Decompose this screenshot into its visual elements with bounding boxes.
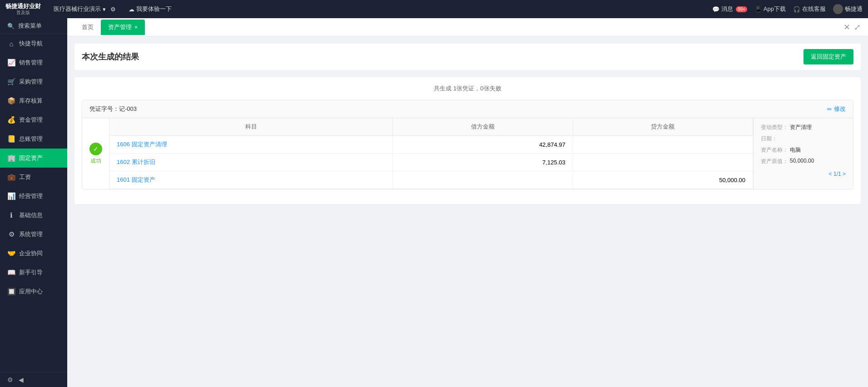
cloud-icon: ☁ — [129, 6, 134, 13]
avatar — [833, 4, 843, 14]
ledger-icon: 📒 — [7, 135, 15, 143]
app-center-icon: 🔲 — [7, 288, 15, 296]
sidebar-item-guide[interactable]: 📖 新手引导 — [0, 263, 67, 282]
table-row: 1606 固定资产清理 42,874.97 — [109, 136, 753, 154]
change-type-value: 资产清理 — [790, 124, 812, 131]
result-panel: 共生成 1张凭证，0张失败 凭证字号：记-003 ✏ 修改 ✓ — [74, 77, 861, 204]
tab-bar: 首页 资产管理 × ✕ ⤢ — [67, 18, 868, 36]
sales-icon: 📈 — [7, 59, 15, 67]
sidebar-item-fixed-assets[interactable]: 🏢 固定资产 — [0, 149, 67, 168]
col-subject: 科目 — [109, 118, 393, 136]
sidebar-label: 基础信息 — [19, 211, 43, 219]
col-debit: 借方金额 — [393, 118, 573, 136]
sidebar-label: 应用中心 — [19, 288, 43, 296]
system-icon: ⚙ — [7, 230, 15, 238]
date-row: 日期： — [761, 135, 846, 143]
logo: 畅捷通好业财 普及版 — [5, 3, 41, 15]
purchase-icon: 🛒 — [7, 78, 15, 86]
sidebar-item-operations[interactable]: 📊 经营管理 — [0, 187, 67, 206]
sidebar-item-sales[interactable]: 📈 销售管理 — [0, 53, 67, 72]
result-summary: 共生成 1张凭证，0张失败 — [82, 84, 853, 93]
page-content: 本次生成的结果 返回固定资产 共生成 1张凭证，0张失败 凭证字号：记-003 … — [67, 36, 868, 387]
voucher-number: 凭证字号：记-003 — [89, 105, 137, 113]
finance-icon: 💰 — [7, 116, 15, 124]
row2-debit: 7,125.03 — [393, 154, 573, 171]
main-layout: 🔍 搜索菜单 ⌂ 快捷导航 📈 销售管理 🛒 采购管理 📦 库存核算 💰 资金管… — [0, 18, 868, 387]
voucher-block: 凭证字号：记-003 ✏ 修改 ✓ 成功 — [82, 100, 853, 189]
sidebar-item-ledger[interactable]: 📒 总账管理 — [0, 129, 67, 149]
sidebar-item-quick-nav[interactable]: ⌂ 快捷导航 — [0, 34, 67, 53]
chevron-down-icon: ▾ — [103, 6, 106, 13]
collapse-icon[interactable]: ◀ — [19, 376, 24, 383]
row3-debit — [393, 171, 573, 189]
tab-home[interactable]: 首页 — [74, 20, 101, 35]
basic-info-icon: ℹ — [7, 211, 15, 219]
success-mark: ✓ — [89, 143, 102, 155]
edit-button[interactable]: ✏ 修改 — [827, 105, 846, 113]
row2-subject: 1602 累计折旧 — [109, 154, 393, 171]
message-icon: 💬 — [712, 6, 719, 13]
next-page-icon[interactable]: > — [843, 171, 846, 177]
voucher-table-wrap: ✓ 成功 科目 借方金额 贷方金额 — [82, 118, 853, 189]
sidebar-item-collab[interactable]: 🤝 企业协同 — [0, 244, 67, 263]
collab-icon: 🤝 — [7, 249, 15, 258]
pagination[interactable]: < 1/1 > — [761, 171, 846, 177]
settings-icon[interactable]: ⚙ — [110, 6, 116, 13]
header-right: 💬 消息 99+ 📱 App下载 🎧 在线客服 畅捷通 — [712, 4, 863, 14]
sidebar-label: 快捷导航 — [19, 40, 43, 48]
user-item[interactable]: 畅捷通 — [833, 4, 863, 14]
sidebar-label: 采购管理 — [19, 78, 43, 86]
messages-item[interactable]: 💬 消息 99+ — [712, 5, 747, 13]
sidebar-label: 资金管理 — [19, 116, 43, 124]
tab-close-icon[interactable]: × — [134, 24, 138, 30]
edit-icon: ✏ — [827, 106, 832, 113]
headset-icon: 🎧 — [793, 6, 800, 13]
success-cell: ✓ 成功 — [82, 118, 109, 189]
logo-sub: 普及版 — [16, 10, 30, 15]
header-left: 畅捷通好业财 普及版 医疗器械行业演示 ▾ ⚙ ☁ 我要体验一下 — [5, 3, 172, 15]
sidebar-item-app-center[interactable]: 🔲 应用中心 — [0, 282, 67, 301]
asset-name-value: 电脑 — [790, 146, 801, 154]
side-info-panel: 变动类型： 资产清理 日期： 资产名称： 电脑 — [753, 118, 853, 189]
guide-icon: 📖 — [7, 268, 15, 277]
table-row: 1602 累计折旧 7,125.03 — [109, 154, 753, 171]
prev-page-icon[interactable]: < — [829, 171, 832, 177]
return-button[interactable]: 返回固定资产 — [804, 49, 853, 64]
company-selector[interactable]: 医疗器械行业演示 ▾ ⚙ — [54, 5, 116, 13]
success-text: 成功 — [90, 157, 101, 165]
sidebar-bottom: ⚙ ◀ — [0, 372, 67, 387]
sidebar-label: 总账管理 — [19, 135, 43, 143]
content-area: 首页 资产管理 × ✕ ⤢ 本次生成的结果 返回固定资产 共生成 1张凭证，0张… — [67, 18, 868, 387]
change-type-row: 变动类型： 资产清理 — [761, 124, 846, 131]
app-download-item[interactable]: 📱 App下载 — [754, 5, 786, 13]
change-type-label: 变动类型： — [761, 124, 788, 131]
table-row: 1601 固定资产 50,000.00 — [109, 171, 753, 189]
asset-name-label: 资产名称： — [761, 146, 788, 154]
experience-button[interactable]: ☁ 我要体验一下 — [129, 5, 172, 13]
online-service-item[interactable]: 🎧 在线客服 — [793, 5, 826, 13]
sidebar-label: 新手引导 — [19, 268, 43, 277]
sidebar-search[interactable]: 🔍 搜索菜单 — [0, 18, 67, 34]
settings-bottom-icon[interactable]: ⚙ — [7, 376, 13, 383]
sidebar-item-purchase[interactable]: 🛒 采购管理 — [0, 72, 67, 91]
sidebar-item-inventory[interactable]: 📦 库存核算 — [0, 91, 67, 110]
sidebar-label: 工资 — [19, 173, 31, 181]
messages-badge: 99+ — [736, 6, 747, 12]
operations-icon: 📊 — [7, 192, 15, 200]
sidebar-label: 经营管理 — [19, 192, 43, 200]
sidebar-item-system[interactable]: ⚙ 系统管理 — [0, 225, 67, 244]
close-icon[interactable]: ✕ — [843, 22, 850, 32]
row1-debit: 42,874.97 — [393, 136, 573, 154]
expand-icon[interactable]: ⤢ — [854, 22, 861, 32]
sidebar-label: 系统管理 — [19, 230, 43, 238]
mobile-icon: 📱 — [754, 6, 762, 13]
sidebar: 🔍 搜索菜单 ⌂ 快捷导航 📈 销售管理 🛒 采购管理 📦 库存核算 💰 资金管… — [0, 18, 67, 387]
tab-assets[interactable]: 资产管理 × — [101, 20, 145, 35]
sidebar-item-finance[interactable]: 💰 资金管理 — [0, 110, 67, 129]
tab-label: 资产管理 — [108, 23, 132, 31]
sidebar-label: 固定资产 — [19, 154, 43, 162]
sidebar-item-basic-info[interactable]: ℹ 基础信息 — [0, 206, 67, 225]
sidebar-item-payroll[interactable]: 💼 工资 — [0, 168, 67, 187]
asset-value-row: 资产原值： 50,000.00 — [761, 158, 846, 165]
asset-value-value: 50,000.00 — [790, 158, 814, 165]
